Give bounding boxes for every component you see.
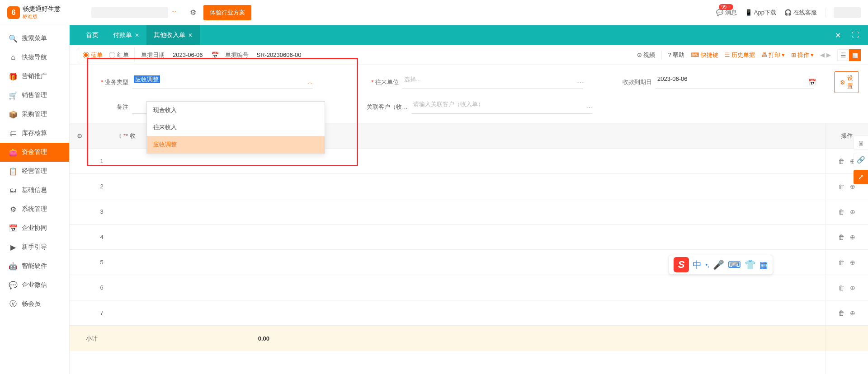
app-download-link[interactable]: 📱 App下载 (745, 9, 776, 17)
delete-icon[interactable]: 🗑 (838, 158, 844, 165)
close-tab-icon[interactable]: ✕ (831, 29, 844, 42)
grid-settings-icon[interactable]: ⚙ (70, 132, 90, 140)
sidebar-item-marketing[interactable]: 🎁营销推广 (0, 67, 69, 86)
copy-icon[interactable]: ⊕ (850, 208, 855, 215)
remark-label: 备注 (79, 103, 128, 111)
rail-expand-icon[interactable]: ⤢ (854, 170, 868, 184)
sidebar-item-funds[interactable]: 👛资金管理 (0, 143, 69, 162)
close-icon[interactable]: ✕ (188, 32, 193, 38)
card-view-icon[interactable]: ▦ (849, 49, 861, 61)
ime-logo-icon[interactable]: S (674, 257, 689, 272)
link-cust-input[interactable]: 请输入关联客户（收入单） (411, 100, 592, 114)
keyboard-icon: ⌨ (691, 51, 699, 58)
sidebar-item-member[interactable]: Ⓥ畅会员 (0, 295, 69, 313)
table-row[interactable]: 6 (70, 275, 825, 300)
delete-icon[interactable]: 🗑 (838, 183, 844, 190)
doc-code-value: SR-20230606-00 (257, 51, 302, 58)
ops-footer (826, 326, 868, 351)
copy-icon[interactable]: ⊕ (850, 259, 855, 266)
settings-button[interactable]: ⚙设置 (834, 71, 859, 93)
delete-icon[interactable]: 🗑 (838, 309, 844, 317)
dropdown-item-adjust[interactable]: 应收调整 (147, 136, 325, 153)
hotkey-link[interactable]: ⌨快捷键 (691, 51, 718, 59)
table-row[interactable]: 7 (70, 300, 825, 326)
video-link[interactable]: ⊙视频 (637, 51, 655, 59)
prev-icon[interactable]: ◀ (820, 51, 825, 58)
party-select[interactable]: 选择... (402, 75, 583, 89)
ime-toolbox-icon[interactable]: ▦ (760, 259, 768, 270)
user-avatar[interactable] (834, 7, 861, 18)
biz-type-select[interactable]: 应收调整 (132, 75, 313, 89)
ime-lang[interactable]: 中 (693, 259, 702, 271)
support-label: 在线客服 (793, 9, 817, 17)
gear-icon[interactable]: ⚙ (190, 8, 196, 17)
delete-icon[interactable]: 🗑 (838, 259, 844, 266)
tab-home[interactable]: 首页 (79, 25, 106, 45)
ime-keyboard-icon[interactable]: ⌨ (728, 259, 741, 270)
sidebar-item-operations[interactable]: 📋经营管理 (0, 162, 69, 181)
row-num: 7 (90, 309, 114, 316)
topbar-right: 💬 消息 99 + 📱 App下载 🎧 在线客服 (716, 7, 861, 18)
action-link[interactable]: ⊞操作▾ (791, 51, 814, 59)
content-panel: 蓝单 红单 单据日期 2023-06-06 📅 单据编号 SR-20230606… (70, 45, 868, 374)
delete-icon[interactable]: 🗑 (838, 284, 844, 291)
sidebar-item-system[interactable]: ⚙系统管理 (0, 200, 69, 219)
copy-icon[interactable]: ⊕ (850, 234, 855, 241)
ime-skin-icon[interactable]: 👕 (745, 259, 756, 270)
field-party: 往来单位 选择... ⋯ (349, 75, 584, 89)
table-row[interactable]: 2 (70, 174, 825, 199)
radio-red[interactable]: 红单 (109, 51, 129, 59)
sidebar-item-quicknav[interactable]: ⌂快捷导航 (0, 48, 69, 67)
field-biz-type: 业务类型 应收调整 ︿ (79, 75, 313, 89)
messages-link[interactable]: 💬 消息 99 + (716, 9, 737, 17)
ime-mic-icon[interactable]: 🎤 (713, 259, 724, 270)
link-label: 帮助 (673, 51, 684, 59)
msg-badge: 99 + (719, 4, 733, 10)
try-industry-button[interactable]: 体验行业方案 (203, 5, 251, 20)
org-selector[interactable]: ﹀ (84, 7, 184, 18)
close-icon[interactable]: ✕ (135, 32, 139, 38)
sidebar-item-guide[interactable]: ▶新手引导 (0, 238, 69, 257)
ime-punct-icon[interactable]: •, (705, 261, 709, 268)
sidebar-item-sales[interactable]: 🛒销售管理 (0, 86, 69, 105)
tabs-bar: 首页 付款单✕ 其他收入单✕ ✕ ⛶ (70, 25, 868, 45)
due-date-input[interactable]: 2023-06-06 (656, 75, 814, 89)
sidebar-item-collab[interactable]: 📅企业协同 (0, 219, 69, 238)
radio-blue[interactable]: 蓝单 (83, 51, 103, 59)
history-link[interactable]: ☰历史单据 (725, 51, 755, 59)
home-icon: ⌂ (9, 53, 17, 61)
print-link[interactable]: 🖶打印▾ (761, 51, 785, 59)
sidebar-item-purchase[interactable]: 📦采购管理 (0, 105, 69, 124)
sidebar-item-inventory[interactable]: 🏷库存核算 (0, 124, 69, 143)
sidebar-item-wechat[interactable]: 💬企业微信 (0, 276, 69, 295)
topbar: 6 畅捷通好生意 标准版 ﹀ ⚙ 体验行业方案 💬 消息 99 + 📱 App下… (0, 0, 868, 25)
search-icon: 🔍 (9, 34, 17, 42)
link-label: 操作 (797, 51, 809, 59)
sidebar-item-search[interactable]: 🔍搜索菜单 (0, 29, 69, 48)
rail-attach-icon[interactable]: 🔗 (854, 153, 868, 167)
sidebar-item-hardware[interactable]: 🤖智能硬件 (0, 257, 69, 276)
chat-icon: 💬 (716, 9, 723, 16)
delete-icon[interactable]: 🗑 (838, 234, 844, 241)
table-row[interactable]: 4 (70, 224, 825, 250)
help-link[interactable]: ?帮助 (668, 51, 684, 59)
sidebar-item-basics[interactable]: 🗂基础信息 (0, 181, 69, 200)
sidebar-item-label: 营销推广 (22, 72, 47, 80)
rail-note-icon[interactable]: 🗎 (854, 136, 868, 150)
expand-icon[interactable]: ⛶ (848, 29, 863, 42)
row-num: 2 (90, 183, 114, 190)
list-view-icon[interactable]: ☰ (837, 49, 849, 61)
chevron-down-icon: ▾ (811, 51, 814, 58)
dropdown-item-cash[interactable]: 现金收入 (147, 102, 325, 119)
next-icon[interactable]: ▶ (826, 51, 831, 58)
copy-icon[interactable]: ⊕ (850, 284, 855, 291)
delete-icon[interactable]: 🗑 (838, 208, 844, 215)
support-link[interactable]: 🎧 在线客服 (784, 9, 817, 17)
divider (661, 51, 662, 60)
dropdown-item-contact[interactable]: 往来收入 (147, 119, 325, 136)
tab-payment[interactable]: 付款单✕ (106, 25, 146, 45)
copy-icon[interactable]: ⊕ (850, 309, 855, 317)
calendar-icon[interactable]: 📅 (211, 51, 219, 59)
table-row[interactable]: 3 (70, 199, 825, 224)
tab-other-income[interactable]: 其他收入单✕ (146, 25, 200, 45)
